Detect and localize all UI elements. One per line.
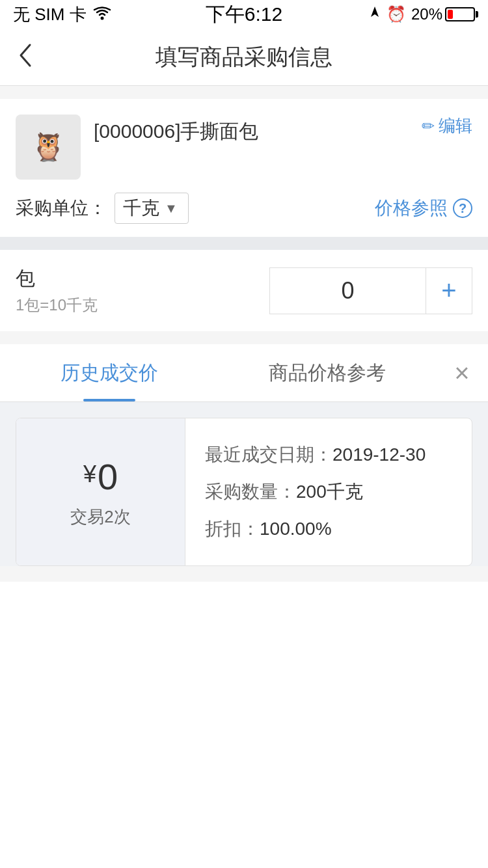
- price-reference-button[interactable]: 价格参照 ?: [375, 196, 472, 221]
- qty-value: 200千克: [296, 481, 363, 502]
- edit-button[interactable]: ✏ 编辑: [422, 115, 472, 137]
- svg-point-0: [100, 16, 103, 20]
- unit-label: 采购单位：: [16, 196, 107, 221]
- product-code: [0000006]: [94, 120, 180, 142]
- product-name: 手撕面包: [180, 120, 258, 142]
- date-label: 最近成交日期：: [205, 444, 332, 465]
- section-divider: [0, 237, 488, 250]
- history-card: ¥ 0 交易2次 最近成交日期：2019-12-30 采购数量：200千克 折扣…: [16, 418, 472, 566]
- history-card-left: ¥ 0 交易2次: [16, 418, 185, 565]
- qty-label: 采购数量：: [205, 481, 296, 502]
- main-content: [0, 582, 488, 868]
- product-header: 🦉 [0000006]手撕面包 ✏ 编辑: [16, 115, 472, 180]
- trade-count: 交易2次: [70, 506, 130, 528]
- info-icon: ?: [453, 198, 472, 218]
- discount-label: 折扣：: [205, 519, 260, 539]
- discount-value: 100.00%: [260, 519, 332, 539]
- product-footer: 采购单位： 千克 ▼ 价格参照 ?: [16, 193, 472, 224]
- battery-icon: [445, 7, 475, 21]
- detail-qty-row: 采购数量：200千克: [205, 479, 452, 504]
- status-bar: 无 SIM 卡 下午6:12 ⏰ 20%: [0, 0, 488, 29]
- detail-discount-row: 折扣：100.00%: [205, 516, 452, 541]
- date-value: 2019-12-30: [332, 444, 426, 465]
- product-full-name: [0000006]手撕面包: [94, 118, 258, 145]
- price-value: 0: [98, 455, 118, 498]
- location-icon: [368, 5, 381, 23]
- sim-text: 无 SIM 卡: [13, 3, 87, 26]
- quantity-input-wrap: +: [269, 267, 472, 314]
- product-card: 🦉 [0000006]手撕面包 ✏ 编辑 采购单位： 千克 ▼ 价格参照 ?: [0, 99, 488, 237]
- product-thumb-icon: 🦉: [31, 133, 65, 161]
- panel: 历史成交价 商品价格参考 × ¥ 0 交易2次 最近成交日期：2019-12-3…: [0, 344, 488, 566]
- battery-fill: [448, 10, 453, 19]
- nav-bar: 填写商品采购信息: [0, 29, 488, 86]
- quantity-unit: 包: [16, 265, 98, 292]
- quantity-input[interactable]: [269, 267, 426, 314]
- edit-label: 编辑: [439, 115, 472, 137]
- edit-icon: ✏: [422, 117, 435, 135]
- tab-active-indicator: [83, 399, 135, 401]
- back-button[interactable]: [16, 40, 34, 75]
- panel-close-button[interactable]: ×: [436, 359, 488, 388]
- unit-select[interactable]: 千克 ▼: [115, 193, 189, 224]
- quantity-convert: 1包=10千克: [16, 295, 98, 316]
- wifi-icon: [93, 5, 111, 25]
- unit-value: 千克: [123, 196, 159, 221]
- detail-date-row: 最近成交日期：2019-12-30: [205, 442, 452, 467]
- price-ref-label: 价格参照: [375, 196, 448, 221]
- product-name-wrap: [0000006]手撕面包: [94, 115, 258, 145]
- tab-product-price-label: 商品价格参考: [269, 360, 386, 387]
- product-left: 🦉 [0000006]手撕面包: [16, 115, 258, 180]
- history-price: ¥ 0: [83, 455, 118, 498]
- status-left: 无 SIM 卡: [13, 3, 111, 26]
- quantity-label-wrap: 包 1包=10千克: [16, 265, 98, 316]
- history-card-right: 最近成交日期：2019-12-30 采购数量：200千克 折扣：100.00%: [185, 418, 472, 565]
- page-title: 填写商品采购信息: [156, 42, 332, 72]
- status-time: 下午6:12: [206, 1, 282, 28]
- tab-history-label: 历史成交价: [61, 360, 158, 387]
- tab-product-price-ref[interactable]: 商品价格参考: [218, 344, 436, 401]
- tab-bar: 历史成交价 商品价格参考 ×: [0, 344, 488, 402]
- product-thumbnail: 🦉: [16, 115, 81, 180]
- battery-indicator: 20%: [411, 5, 475, 23]
- dropdown-arrow-icon: ▼: [165, 201, 178, 216]
- battery-percentage: 20%: [411, 5, 442, 23]
- tab-history-price[interactable]: 历史成交价: [0, 344, 218, 401]
- status-right: ⏰ 20%: [368, 5, 475, 23]
- quantity-plus-button[interactable]: +: [426, 267, 472, 314]
- alarm-icon: ⏰: [386, 5, 406, 23]
- quantity-row: 包 1包=10千克 +: [0, 250, 488, 331]
- price-symbol: ¥: [83, 461, 96, 488]
